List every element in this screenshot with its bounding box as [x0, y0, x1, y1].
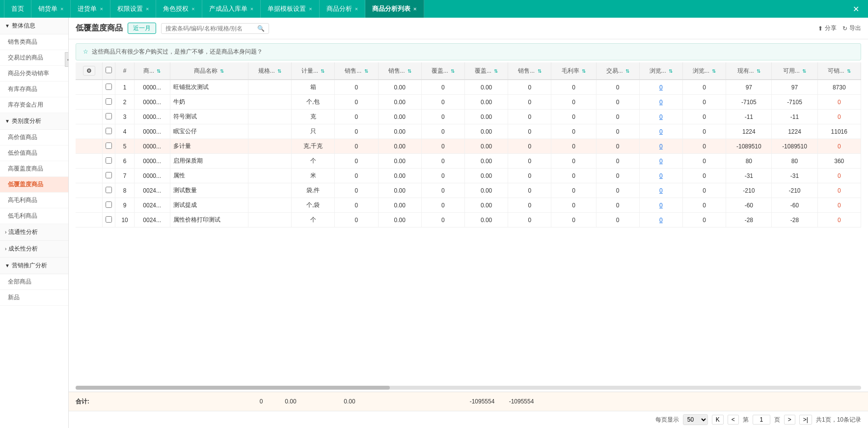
col-sales-amt[interactable]: 销售... ⇅ [378, 62, 421, 80]
col-name[interactable]: 商品名称 ⇅ [170, 62, 248, 80]
window-close-button[interactable]: ✕ [848, 4, 864, 14]
sidebar-item-traded-goods[interactable]: 交易过的商品 [0, 50, 68, 66]
row-checkbox[interactable] [106, 172, 112, 178]
horizontal-scrollbar[interactable] [76, 386, 861, 390]
col-code[interactable]: 商... ⇅ [134, 62, 170, 80]
nav-tab-template[interactable]: 单据模板设置 × [261, 0, 319, 18]
nav-tab-role[interactable]: 角色授权 × [156, 0, 202, 18]
sidebar-item-high-gross[interactable]: 高毛利商品 [0, 193, 68, 208]
cell-checkbox[interactable] [103, 213, 115, 228]
cell-checkbox[interactable] [103, 169, 115, 183]
cell-checkbox[interactable] [103, 198, 115, 213]
close-icon[interactable]: × [191, 6, 194, 12]
col-checkbox-all[interactable] [103, 62, 115, 80]
cell-browse1[interactable]: 0 [639, 95, 682, 110]
nav-tab-analysis[interactable]: 商品分析 × [320, 0, 365, 18]
cell-browse1[interactable]: 0 [639, 110, 682, 124]
sidebar-item-stock-capital[interactable]: 库存资金占用 [0, 97, 68, 113]
sidebar-section-marketing[interactable]: ▼ 营销推广分析 [0, 257, 68, 274]
nav-tab-analysis-list[interactable]: 商品分析列表 × [365, 0, 424, 18]
sidebar-section-growth[interactable]: › 成长性分析 [0, 241, 68, 257]
col-available[interactable]: 可用... ⇅ [772, 62, 817, 80]
row-checkbox[interactable] [106, 113, 112, 119]
column-settings-button[interactable]: ⚙ [83, 66, 95, 76]
cell-checkbox[interactable] [103, 124, 115, 139]
row-checkbox[interactable] [106, 187, 112, 193]
cell-browse1[interactable]: 0 [639, 139, 682, 154]
nav-tab-home[interactable]: 首页 [4, 0, 31, 18]
col-current[interactable]: 现有... ⇅ [726, 62, 772, 80]
col-gross-rate[interactable]: 毛利率 ⇅ [551, 62, 596, 80]
cell-browse1[interactable]: 0 [639, 80, 682, 95]
sidebar-item-high-value[interactable]: 高价值商品 [0, 130, 68, 145]
select-all-checkbox[interactable] [106, 67, 112, 73]
next-page-button[interactable]: > [784, 415, 795, 425]
row-checkbox[interactable] [106, 216, 112, 223]
sidebar-item-category-rate[interactable]: 商品分类动销率 [0, 66, 68, 82]
row-checkbox[interactable] [106, 157, 112, 164]
cell-checkbox[interactable] [103, 80, 115, 95]
last-page-button[interactable]: >| [799, 415, 812, 425]
scrollbar-thumb[interactable] [76, 386, 390, 390]
cell-browse1[interactable]: 0 [639, 183, 682, 198]
cell-browse1[interactable]: 0 [639, 154, 682, 169]
close-icon[interactable]: × [309, 6, 312, 12]
current-page-input[interactable] [753, 415, 770, 425]
sidebar-item-low-coverage[interactable]: 低覆盖度商品 [0, 177, 68, 193]
col-trade[interactable]: 交易... ⇅ [596, 62, 639, 80]
col-sales-qty[interactable]: 销售... ⇅ [335, 62, 378, 80]
col-saleable[interactable]: 可销... ⇅ [817, 62, 861, 80]
cell-checkbox[interactable] [103, 154, 115, 169]
share-button[interactable]: ⬆ 分享 [818, 24, 837, 32]
row-checkbox[interactable] [106, 98, 112, 105]
nav-tab-purchase[interactable]: 进货单 × [71, 0, 110, 18]
prev-page-button[interactable]: < [728, 415, 739, 425]
close-icon[interactable]: × [413, 6, 416, 12]
cell-browse1[interactable]: 0 [639, 124, 682, 139]
col-browse2[interactable]: 浏览... ⇅ [683, 62, 726, 80]
sidebar-item-low-value[interactable]: 低价值商品 [0, 145, 68, 161]
page-size-select[interactable]: 50 100 200 [683, 414, 708, 425]
cell-browse1[interactable]: 0 [639, 213, 682, 228]
col-sales2[interactable]: 销售... ⇅ [508, 62, 551, 80]
sidebar-item-sales-goods[interactable]: 销售类商品 [0, 34, 68, 50]
col-spec[interactable]: 规格... ⇅ [248, 62, 291, 80]
col-browse1[interactable]: 浏览... ⇅ [639, 62, 682, 80]
sidebar-item-high-coverage[interactable]: 高覆盖度商品 [0, 161, 68, 177]
col-cover2[interactable]: 覆盖... ⇅ [465, 62, 508, 80]
row-checkbox[interactable] [106, 201, 112, 208]
row-checkbox[interactable] [106, 143, 112, 149]
date-filter-button[interactable]: 近一月 [128, 23, 156, 34]
search-icon[interactable]: 🔍 [257, 25, 265, 32]
nav-tab-permission[interactable]: 权限设置 × [110, 0, 156, 18]
sidebar-item-all-goods[interactable]: 全部商品 [0, 274, 68, 290]
sidebar-section-overview[interactable]: ▼ 整体信息 [0, 18, 68, 34]
cell-checkbox[interactable] [103, 110, 115, 124]
row-checkbox[interactable] [106, 84, 112, 90]
col-gear[interactable]: ⚙ [76, 62, 103, 80]
nav-tab-sales[interactable]: 销货单 × [31, 0, 71, 18]
cell-checkbox[interactable] [103, 183, 115, 198]
sidebar-item-stock-goods[interactable]: 有库存商品 [0, 82, 68, 97]
sidebar-collapse-button[interactable]: « [65, 52, 69, 67]
cell-browse1[interactable]: 0 [639, 198, 682, 213]
close-icon[interactable]: × [60, 6, 63, 12]
cell-checkbox[interactable] [103, 95, 115, 110]
sidebar-section-circulation[interactable]: › 流通性分析 [0, 224, 68, 241]
cell-checkbox[interactable] [103, 139, 115, 154]
search-input[interactable] [165, 25, 257, 32]
nav-tab-product-warehouse[interactable]: 产成品入库单 × [202, 0, 261, 18]
col-cover1[interactable]: 覆盖... ⇅ [421, 62, 464, 80]
close-icon[interactable]: × [146, 6, 149, 12]
close-icon[interactable]: × [100, 6, 103, 12]
cell-browse1[interactable]: 0 [639, 169, 682, 183]
close-icon[interactable]: × [355, 6, 358, 12]
row-checkbox[interactable] [106, 128, 112, 134]
export-button[interactable]: ↻ 导出 [842, 24, 861, 32]
sidebar-item-new-goods[interactable]: 新品 [0, 290, 68, 306]
first-page-button[interactable]: K [712, 415, 724, 425]
col-unit[interactable]: 计量... ⇅ [292, 62, 335, 80]
sidebar-item-low-gross[interactable]: 低毛利商品 [0, 208, 68, 224]
sidebar-section-category[interactable]: ▼ 类别度分析 [0, 113, 68, 130]
close-icon[interactable]: × [250, 6, 253, 12]
